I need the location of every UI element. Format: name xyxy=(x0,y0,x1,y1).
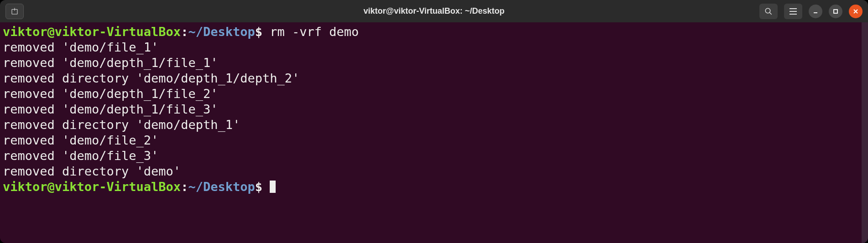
command-text-2 xyxy=(262,180,270,194)
output-line: removed 'demo/depth_1/file_2' xyxy=(3,86,865,102)
svg-point-3 xyxy=(765,8,770,13)
output-line: removed directory 'demo/depth_1/depth_2' xyxy=(3,71,865,86)
close-button[interactable] xyxy=(849,5,863,18)
prompt-path: ~/Desktop xyxy=(188,180,255,194)
output-line: removed 'demo/file_2' xyxy=(3,133,865,148)
terminal-body[interactable]: viktor@viktor-VirtualBox:~/Desktop$ rm -… xyxy=(0,22,868,243)
command-text: rm -vrf demo xyxy=(262,25,359,39)
prompt-line-2: viktor@viktor-VirtualBox:~/Desktop$ xyxy=(3,179,865,195)
search-button[interactable] xyxy=(759,4,778,19)
scrollbar[interactable] xyxy=(862,22,868,243)
svg-rect-6 xyxy=(834,10,837,13)
search-icon xyxy=(764,7,773,16)
prompt-symbol: $ xyxy=(255,25,262,39)
window-title: viktor@viktor-VirtualBox: ~/Desktop xyxy=(364,6,505,16)
hamburger-icon xyxy=(790,8,797,15)
output-line: removed directory 'demo/depth_1' xyxy=(3,117,865,133)
menu-button[interactable] xyxy=(784,4,802,19)
minimize-icon xyxy=(813,9,818,14)
prompt-colon: : xyxy=(181,180,188,194)
terminal-window: viktor@viktor-VirtualBox: ~/Desktop xyxy=(0,0,868,243)
maximize-icon xyxy=(833,9,838,14)
titlebar-left xyxy=(5,4,24,19)
prompt-line-1: viktor@viktor-VirtualBox:~/Desktop$ rm -… xyxy=(3,24,865,40)
prompt-colon: : xyxy=(181,25,188,39)
prompt-user-host: viktor@viktor-VirtualBox xyxy=(3,25,181,39)
svg-line-4 xyxy=(769,12,772,15)
maximize-button[interactable] xyxy=(829,5,842,18)
output-line: removed 'demo/depth_1/file_1' xyxy=(3,55,865,71)
minimize-button[interactable] xyxy=(809,5,822,18)
prompt-symbol: $ xyxy=(255,180,262,194)
prompt-user-host: viktor@viktor-VirtualBox xyxy=(3,180,181,194)
close-icon xyxy=(853,9,858,14)
cursor xyxy=(270,181,276,193)
titlebar-right xyxy=(759,4,863,19)
prompt-path: ~/Desktop xyxy=(188,25,255,39)
output-line: removed directory 'demo' xyxy=(3,164,865,179)
output-line: removed 'demo/file_3' xyxy=(3,148,865,164)
new-tab-button[interactable] xyxy=(5,4,24,19)
new-tab-icon xyxy=(10,7,19,16)
output-line: removed 'demo/file_1' xyxy=(3,40,865,55)
output-line: removed 'demo/depth_1/file_3' xyxy=(3,102,865,117)
titlebar: viktor@viktor-VirtualBox: ~/Desktop xyxy=(0,0,868,22)
